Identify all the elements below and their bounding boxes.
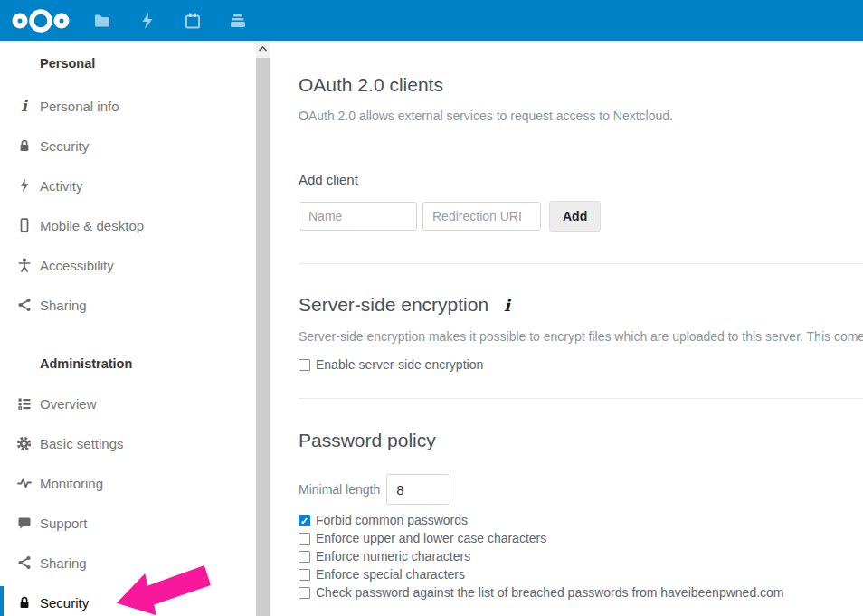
sidebar-item-basic-settings[interactable]: Basic settings [0,423,271,463]
oauth-title: OAuth 2.0 clients [299,74,863,96]
deck-icon [229,12,247,30]
checkbox-label: Check password against the list of breac… [316,585,784,600]
password-policy-checkbox-list: Forbid common passwords Enforce upper an… [299,511,863,602]
encryption-description: Server-side encryption makes it possible… [299,327,863,347]
sidebar-item-sharing-admin[interactable]: Sharing [0,543,271,583]
oauth-section: OAuth 2.0 clients OAuth 2.0 allows exter… [299,41,863,264]
checkbox [299,551,310,563]
checkbox [299,587,310,599]
add-client-label: Add client [299,172,863,187]
client-name-input[interactable] [299,202,417,231]
share-icon [16,298,32,313]
sidebar-item-personal-info[interactable]: i Personal info [0,86,271,126]
checkbox [299,515,310,526]
sidebar-item-label: Sharing [40,298,87,313]
nextcloud-logo[interactable] [11,5,71,36]
lock-icon [16,595,32,611]
checkbox-label: Enforce upper and lower case characters [316,531,546,545]
sidebar-caption-administration: Administration [0,344,271,384]
sidebar-item-label: Activity [40,178,83,194]
deck-app-button[interactable] [215,0,261,41]
sidebar-item-label: Support [40,516,88,531]
checkbox-forbid-common-passwords[interactable]: Forbid common passwords [299,511,863,529]
settings-sidebar: Personal i Personal info Security Activi… [0,41,271,616]
sidebar-item-activity[interactable]: Activity [0,166,271,205]
sidebar-item-accessibility[interactable]: Accessibility [0,245,271,285]
add-client-row: Add [299,201,863,232]
info-icon[interactable]: i [504,296,510,315]
sidebar-item-label: Overview [40,396,97,412]
minimal-length-input[interactable] [386,474,450,505]
settings-content: OAuth 2.0 clients OAuth 2.0 allows exter… [271,41,863,602]
checkbox-label: Enforce special characters [316,567,465,582]
password-policy-section: Password policy Minimal length Forbid co… [299,399,863,602]
checkbox-enforce-numeric[interactable]: Enforce numeric characters [299,547,863,565]
sidebar-item-security-personal[interactable]: Security [0,126,271,166]
checkbox-enforce-upper-lower[interactable]: Enforce upper and lower case characters [299,529,863,547]
sidebar-item-overview[interactable]: Overview [0,384,271,423]
sidebar-item-label: Security [40,138,89,154]
sidebar-item-sharing-personal[interactable]: Sharing [0,285,271,325]
sidebar-item-mobile-desktop[interactable]: Mobile & desktop [0,205,271,245]
sidebar-item-label: Sharing [40,555,87,571]
encryption-title: Server-side encryptioni [299,294,863,317]
sidebar-item-label: Mobile & desktop [40,218,144,233]
add-client-button[interactable]: Add [549,201,601,232]
top-bar [0,0,863,41]
password-policy-title: Password policy [299,430,863,451]
info-icon: i [16,99,32,114]
sidebar-item-label: Monitoring [40,476,103,491]
sidebar-item-support[interactable]: Support [0,503,271,543]
calendar-icon [184,12,202,30]
phone-icon [16,218,32,233]
checkbox [299,359,310,371]
calendar-app-button[interactable] [170,0,215,41]
checkbox [299,533,310,545]
scrollbar-thumb[interactable] [256,58,270,616]
checkbox-label: Enable server-side encryption [316,357,483,372]
gear-icon [16,436,32,451]
sidebar-item-label: Accessibility [40,258,114,273]
encryption-title-text: Server-side encryption [299,294,488,315]
sidebar-scrollbar[interactable] [256,41,270,616]
files-app-button[interactable] [80,0,125,41]
lightning-icon [138,12,156,30]
chat-icon [16,516,32,531]
checkbox [299,569,310,581]
list-icon [16,396,32,412]
oauth-description: OAuth 2.0 allows external services to re… [299,107,863,127]
share-icon [16,555,32,571]
lightning-icon [16,178,32,194]
folder-icon [93,12,111,30]
checkbox-label: Enforce numeric characters [316,549,470,564]
enable-encryption-checkbox[interactable]: Enable server-side encryption [299,357,863,372]
sidebar-item-label: Security [40,595,89,611]
scrollbar-up-button[interactable] [256,41,270,56]
pulse-icon [16,476,32,491]
chevron-up-icon [258,45,268,52]
checkbox-check-haveibeenpwned[interactable]: Check password against the list of breac… [299,583,863,602]
redirection-uri-input[interactable] [422,202,541,231]
lock-icon [16,138,32,154]
minimal-length-label: Minimal length [299,482,380,497]
sidebar-item-monitoring[interactable]: Monitoring [0,463,271,503]
activity-app-button[interactable] [125,0,170,41]
app-navigation [80,0,261,41]
checkbox-enforce-special[interactable]: Enforce special characters [299,565,863,583]
sidebar-item-security-admin[interactable]: Security [0,583,271,616]
sidebar-item-label: Basic settings [40,436,124,451]
checkbox-label: Forbid common passwords [316,513,468,527]
sidebar-item-label: Personal info [40,99,119,114]
accessibility-icon [16,258,32,273]
encryption-section: Server-side encryptioni Server-side encr… [299,264,863,400]
minimal-length-row: Minimal length [299,474,863,505]
sidebar-caption-personal: Personal [0,41,271,86]
